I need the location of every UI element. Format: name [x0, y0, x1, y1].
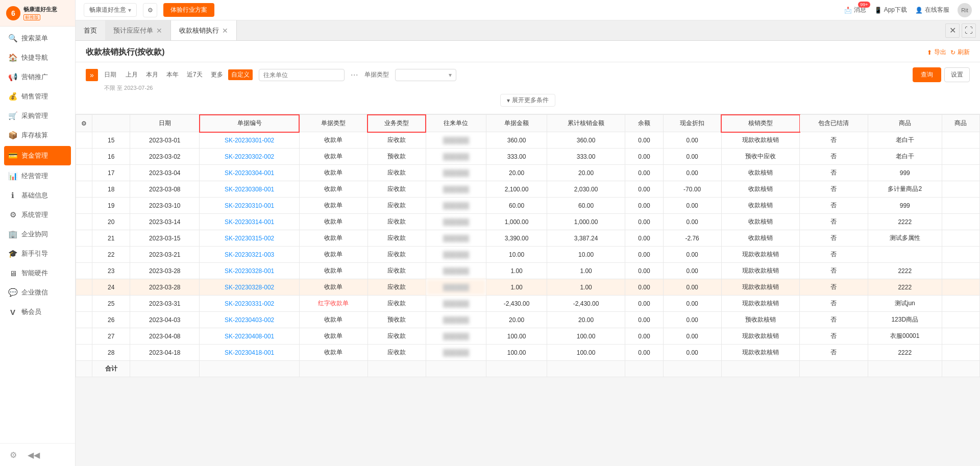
td-bill-no[interactable]: SK-20230308-001 — [200, 181, 300, 198]
tab-close-all-button[interactable]: ✕ — [945, 23, 960, 38]
sidebar-label-company: 企业协同 — [21, 230, 48, 239]
sidebar-item-operations[interactable]: 📊 经营管理 — [0, 166, 75, 186]
sidebar-item-guide[interactable]: 🎓 新手引导 — [0, 244, 75, 263]
bill-no-link[interactable]: SK-20230315-002 — [225, 235, 274, 242]
tab-receipts-close[interactable]: ✕ — [222, 27, 228, 35]
sidebar-item-basic[interactable]: ℹ 基础信息 — [0, 186, 75, 205]
th-product: 商品 — [868, 115, 942, 132]
sidebar-logo: 6 畅康道好生意 标推版 — [0, 0, 75, 27]
tab-pending[interactable]: 预计应应付单 ✕ — [105, 20, 171, 40]
setting-button[interactable]: 设置 — [944, 67, 970, 82]
td-bill-amount: -2,430.00 — [486, 296, 547, 312]
td-bill-no[interactable]: SK-20230314-001 — [200, 214, 300, 230]
table-row: 172023-03-04SK-20230304-001收款单应收款██████2… — [76, 165, 980, 181]
table-row: 282023-04-18SK-20230418-001收款单应收款██████1… — [76, 345, 980, 361]
date-opt-this-year[interactable]: 本年 — [163, 69, 182, 80]
td-bill-no[interactable]: SK-20230301-002 — [200, 132, 300, 149]
sidebar-item-system[interactable]: ⚙ 系统管理 — [0, 205, 75, 225]
gear-button[interactable]: ⚙ — [143, 3, 157, 17]
sidebar-item-marketing[interactable]: 📢 营销推广 — [0, 67, 75, 87]
company-dropdown[interactable]: 畅康道好生意 ▾ — [84, 3, 137, 17]
bill-no-link[interactable]: SK-20230314-001 — [225, 218, 274, 226]
td-bill-no[interactable]: SK-20230321-003 — [200, 247, 300, 263]
td-bill-no[interactable]: SK-20230331-002 — [200, 296, 300, 312]
partner-input[interactable] — [259, 69, 345, 81]
bill-no-link[interactable]: SK-20230328-001 — [225, 267, 274, 275]
td-balance: 0.00 — [625, 214, 663, 230]
tab-receipts[interactable]: 收款核销执行 ✕ — [171, 20, 237, 40]
refresh-label: 刷新 — [958, 48, 970, 57]
th-gear[interactable]: ⚙ — [76, 115, 92, 132]
bill-no-link[interactable]: SK-20230408-001 — [225, 333, 274, 340]
td-bill-no[interactable]: SK-20230328-002 — [200, 279, 300, 296]
table-container[interactable]: ⚙ 日期 单据编号 单据类型 业务类型 往来单位 单据金额 累计核销金额 余额 … — [76, 114, 980, 466]
td-partner: ██████ — [426, 279, 486, 296]
sidebar-item-purchase[interactable]: 🛒 采购管理 — [0, 106, 75, 126]
solution-button[interactable]: 体验行业方案 — [163, 3, 214, 17]
sidebar-item-hardware[interactable]: 🖥 智能硬件 — [0, 263, 75, 283]
sidebar-item-company[interactable]: 🏢 企业协同 — [0, 225, 75, 244]
sidebar-item-finance[interactable]: 💳 资金管理 — [4, 146, 71, 165]
td-write-off-type: 现款收款核销 — [721, 247, 800, 263]
settings-footer-icon[interactable]: ⚙ — [6, 448, 20, 462]
export-button[interactable]: ⬆ 导出 — [927, 48, 946, 57]
sales-icon: 💰 — [8, 92, 17, 101]
td-bill-no[interactable]: SK-20230403-002 — [200, 312, 300, 328]
td-partner: ██████ — [426, 214, 486, 230]
td-product: 2222 — [868, 263, 942, 279]
service-label: 在线客服 — [925, 6, 949, 14]
td-bill-no[interactable]: SK-20230418-001 — [200, 345, 300, 361]
bill-no-link[interactable]: SK-20230301-002 — [225, 137, 274, 144]
bill-no-link[interactable]: SK-20230304-001 — [225, 169, 274, 177]
tab-pending-close[interactable]: ✕ — [156, 27, 162, 35]
filter-expand-button[interactable]: » — [86, 69, 98, 81]
bill-no-link[interactable]: SK-20230328-002 — [225, 284, 274, 291]
bill-no-link[interactable]: SK-20230310-001 — [225, 202, 274, 209]
date-opt-last-month[interactable]: 上月 — [122, 69, 141, 80]
collapse-sidebar-icon[interactable]: ◀◀ — [27, 448, 41, 462]
bill-no-link[interactable]: SK-20230302-002 — [225, 153, 274, 160]
td-bill-no[interactable]: SK-20230310-001 — [200, 198, 300, 214]
td-no: 16 — [92, 149, 130, 165]
tab-fullscreen-button[interactable]: ⛶ — [962, 23, 976, 38]
expand-more-button[interactable]: ▾ 展开更多条件 — [500, 94, 555, 107]
service-link[interactable]: 👤 在线客服 — [915, 6, 949, 14]
td-bill-no[interactable]: SK-20230328-001 — [200, 263, 300, 279]
date-opt-7days[interactable]: 近7天 — [184, 69, 206, 80]
td-bill-no[interactable]: SK-20230302-002 — [200, 149, 300, 165]
td-biz-type: 预收款 — [368, 312, 426, 328]
sidebar-item-search[interactable]: 🔍 搜索菜单 — [0, 29, 75, 48]
sidebar-item-quicknav[interactable]: 🏠 快捷导航 — [0, 48, 75, 67]
sidebar-item-member[interactable]: V 畅会员 — [0, 302, 75, 322]
partner-more-icon[interactable]: ··· — [351, 69, 358, 80]
date-opt-more[interactable]: 更多 — [208, 69, 226, 80]
refresh-button[interactable]: ↻ 刷新 — [950, 48, 970, 57]
message-button[interactable]: 📩 消息 99+ — [844, 6, 866, 14]
sidebar-item-wechat[interactable]: 💬 企业微信 — [0, 283, 75, 302]
service-icon: 👤 — [915, 7, 923, 14]
sidebar-item-inventory[interactable]: 📦 库存核算 — [0, 126, 75, 145]
tab-home[interactable]: 首页 — [76, 20, 105, 40]
td-product: 123D商品 — [868, 312, 942, 328]
bill-no-link[interactable]: SK-20230403-002 — [225, 316, 274, 324]
user-avatar[interactable]: Rit — [958, 3, 972, 17]
date-opt-this-month[interactable]: 本月 — [143, 69, 161, 80]
query-button[interactable]: 查询 — [913, 67, 941, 82]
bill-no-link[interactable]: SK-20230331-002 — [225, 300, 274, 307]
bill-no-link[interactable]: SK-20230418-001 — [225, 349, 274, 356]
td-bill-no[interactable]: SK-20230315-002 — [200, 230, 300, 247]
date-custom-button[interactable]: 自定义 — [228, 69, 253, 80]
td-bill-no[interactable]: SK-20230408-001 — [200, 328, 300, 345]
sidebar-item-sales[interactable]: 💰 销售管理 — [0, 87, 75, 106]
app-download-link[interactable]: 📱 App下载 — [874, 6, 907, 14]
td-bill-amount: 10.00 — [486, 247, 547, 263]
bill-no-link[interactable]: SK-20230321-003 — [225, 251, 274, 258]
bill-type-select[interactable]: ▾ — [395, 69, 456, 81]
bill-no-link[interactable]: SK-20230308-001 — [225, 186, 274, 193]
td-date: 2023-04-08 — [130, 328, 200, 345]
th-balance: 余额 — [625, 115, 663, 132]
td-check — [76, 263, 92, 279]
td-bill-no[interactable]: SK-20230304-001 — [200, 165, 300, 181]
table-row: 262023-04-03SK-20230403-002收款单预收款██████2… — [76, 312, 980, 328]
td-total-2 — [130, 361, 200, 377]
